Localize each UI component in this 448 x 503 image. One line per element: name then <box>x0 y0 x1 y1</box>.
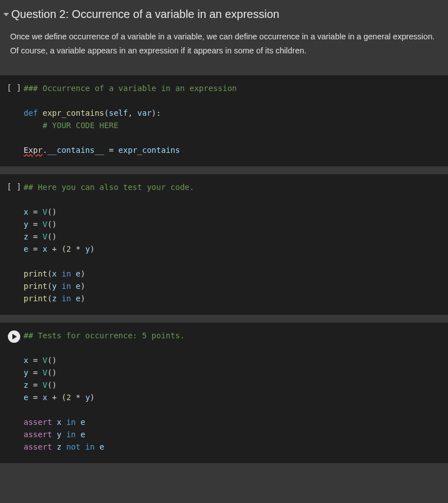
code-token: y <box>52 282 57 291</box>
code-token: () <box>47 207 57 216</box>
code-token: in <box>61 418 80 427</box>
code-token: = <box>28 380 42 389</box>
code-token: () <box>47 368 57 377</box>
code-token: __contains__ <box>47 146 104 155</box>
code-token: e <box>80 430 85 439</box>
code-token: x <box>43 393 47 402</box>
code-token: () <box>47 220 57 229</box>
code-token: V <box>43 380 47 389</box>
code-editor[interactable]: ### Occurrence of a variable in an expre… <box>24 82 444 156</box>
code-token: V <box>43 368 47 377</box>
code-token: * <box>71 393 85 402</box>
code-token: in <box>57 282 76 291</box>
code-token: Expr <box>24 146 43 155</box>
code-token: ( <box>47 269 52 278</box>
code-token: in <box>57 269 76 278</box>
code-token: x <box>43 244 47 253</box>
code-token: = <box>28 368 42 377</box>
code-token: expr_contains <box>119 146 180 155</box>
code-token: ) <box>80 269 85 278</box>
code-token: . <box>43 146 47 155</box>
code-token: V <box>43 207 47 216</box>
code-token: z <box>52 294 57 303</box>
code-token: () <box>47 232 57 241</box>
code-cell[interactable]: ## Tests for occurrence: 5 points. x = V… <box>0 323 448 463</box>
code-token: , <box>128 108 137 117</box>
code-cell[interactable]: [ ]## Here you can also test your code. … <box>0 174 448 315</box>
code-token: ( <box>104 108 108 117</box>
code-token: in <box>57 294 76 303</box>
code-token: = <box>104 146 118 155</box>
code-token: y <box>85 244 90 253</box>
code-token: print <box>24 282 47 291</box>
code-token: y <box>85 393 90 402</box>
code-token: def <box>24 108 43 117</box>
code-token: assert <box>24 418 57 427</box>
code-token: = <box>28 232 42 241</box>
code-token: = <box>28 244 42 253</box>
code-token: print <box>24 269 47 278</box>
code-token: not in <box>61 442 99 451</box>
section-header[interactable]: Question 2: Occurrence of a variable in … <box>0 4 448 24</box>
code-token: e <box>76 294 80 303</box>
run-cell-button[interactable] <box>4 329 24 453</box>
code-token: x <box>52 269 57 278</box>
play-triangle-icon <box>12 334 17 339</box>
code-token: # YOUR CODE HERE <box>24 121 119 130</box>
code-token: ## Here you can also test your code. <box>24 183 194 192</box>
code-token: + ( <box>47 244 66 253</box>
code-token: print <box>24 294 47 303</box>
code-token: expr_contains <box>43 108 105 117</box>
cell-prompt-label: [ ] <box>7 182 21 191</box>
code-token: ( <box>47 294 52 303</box>
code-token: V <box>43 220 47 229</box>
code-token: ### Occurrence of a variable in an expre… <box>24 84 237 93</box>
code-token: ): <box>152 108 161 117</box>
code-token: ) <box>80 294 85 303</box>
code-token: = <box>28 393 42 402</box>
play-icon[interactable] <box>8 330 20 343</box>
code-token: e <box>80 418 85 427</box>
code-token: in <box>61 430 80 439</box>
code-token: e <box>99 442 104 451</box>
code-token: ) <box>90 244 94 253</box>
code-token: self <box>109 108 128 117</box>
code-token: e <box>76 269 80 278</box>
code-cell[interactable]: [ ]### Occurrence of a variable in an ex… <box>0 75 448 166</box>
code-editor[interactable]: ## Tests for occurrence: 5 points. x = V… <box>24 329 444 453</box>
code-token: = <box>28 207 42 216</box>
cell-prompt[interactable]: [ ] <box>4 181 24 305</box>
cell-prompt[interactable]: [ ] <box>4 82 24 156</box>
code-token: V <box>43 232 47 241</box>
code-token: () <box>47 356 57 365</box>
code-token: ) <box>80 282 85 291</box>
code-token: + ( <box>47 393 66 402</box>
question-title: Question 2: Occurrence of a variable in … <box>11 8 279 21</box>
cell-prompt-label: [ ] <box>7 83 21 92</box>
code-token: = <box>28 220 42 229</box>
code-token: ( <box>47 282 52 291</box>
question-description: Once we define occurrence of a variable … <box>0 24 448 67</box>
code-token: assert <box>24 430 57 439</box>
code-token: () <box>47 380 57 389</box>
code-token: * <box>71 244 85 253</box>
code-token: var <box>137 108 151 117</box>
code-token: ) <box>90 393 94 402</box>
collapse-triangle-icon[interactable] <box>3 13 9 16</box>
code-editor[interactable]: ## Here you can also test your code. x =… <box>24 181 444 305</box>
code-token: e <box>76 282 80 291</box>
code-token: V <box>43 356 47 365</box>
code-token: assert <box>24 442 57 451</box>
code-token: ## Tests for occurrence: 5 points. <box>24 331 185 340</box>
code-token: = <box>28 356 42 365</box>
